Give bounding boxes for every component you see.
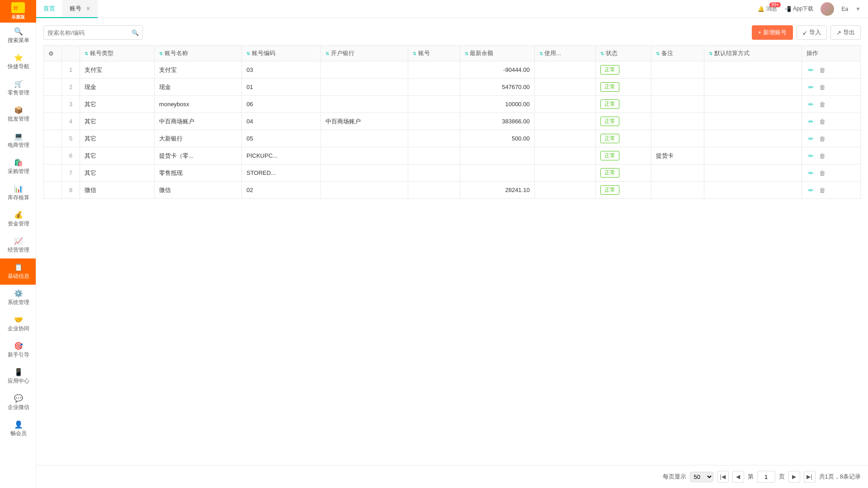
tab-account[interactable]: 账号 ✕ xyxy=(62,0,98,18)
search-box[interactable]: 🔍 xyxy=(43,25,143,40)
page-suffix: 页 xyxy=(779,473,785,481)
cell-bank xyxy=(321,79,408,96)
edit-button[interactable]: ✏ xyxy=(807,117,816,126)
sidebar-item-member[interactable]: 👤 畅会员 xyxy=(0,416,36,442)
sidebar-item-system-mgmt[interactable]: ⚙️ 系统管理 xyxy=(0,285,36,311)
sidebar-item-search[interactable]: 🔍 搜索菜单 xyxy=(0,23,36,49)
per-page-select[interactable]: 50 20 100 xyxy=(690,472,713,482)
cell-action: ✏ 🗑 xyxy=(802,182,860,199)
delete-button[interactable]: 🗑 xyxy=(817,117,827,126)
notifications-button[interactable]: 🔔 消息 99+ xyxy=(758,5,777,13)
money-icon: 💰 xyxy=(4,211,33,219)
avatar[interactable] xyxy=(821,2,834,16)
import-button[interactable]: ↙ 导入 xyxy=(797,25,827,40)
col-settings[interactable]: ⚙ xyxy=(44,46,62,61)
cell-account xyxy=(408,147,460,164)
user-name: Ea xyxy=(841,6,848,12)
sidebar-item-inventory[interactable]: 📊 库存核算 xyxy=(0,180,36,206)
cell-action: ✏ 🗑 xyxy=(802,164,860,182)
delete-button[interactable]: 🗑 xyxy=(817,100,827,109)
cart-icon: 🛒 xyxy=(4,80,33,88)
sidebar-item-wholesale-mgmt[interactable]: 📦 批发管理 xyxy=(0,101,36,127)
cell-bank: 中百商场账户 xyxy=(321,113,408,130)
tab-account-close[interactable]: ✕ xyxy=(86,5,90,12)
edit-button[interactable]: ✏ xyxy=(807,100,816,109)
app-download-button[interactable]: 📲 App下载 xyxy=(784,5,813,13)
edit-button[interactable]: ✏ xyxy=(807,169,816,178)
add-account-button[interactable]: + 新增账号 xyxy=(752,25,793,40)
last-page-button[interactable]: ▶| xyxy=(804,471,816,483)
cell-balance: 547670.00 xyxy=(460,79,534,96)
delete-button[interactable]: 🗑 xyxy=(817,134,827,143)
tab-account-label: 账号 xyxy=(70,5,81,13)
laptop-icon: 💻 xyxy=(4,132,33,141)
sidebar-item-enterprise-agreement[interactable]: 🤝 企业协同 xyxy=(0,311,36,337)
star-icon: ⭐ xyxy=(4,53,33,62)
col-remark[interactable]: ⇅ 备注 xyxy=(651,46,704,61)
sidebar-item-new-guide[interactable]: 🎯 新手引导 xyxy=(0,337,36,363)
dropdown-icon[interactable]: ▼ xyxy=(855,6,861,12)
delete-button[interactable]: 🗑 xyxy=(817,186,827,195)
cell-remark xyxy=(651,61,704,79)
delete-button[interactable]: 🗑 xyxy=(817,66,827,75)
edit-button[interactable]: ✏ xyxy=(807,134,816,143)
col-usage[interactable]: ⇅ 使用... xyxy=(534,46,596,61)
cell-status: 正常 xyxy=(596,61,651,79)
cell-default-payment xyxy=(704,79,802,96)
delete-button[interactable]: 🗑 xyxy=(817,151,827,160)
search-input[interactable] xyxy=(47,29,132,36)
col-bank[interactable]: ⇅ 开户银行 xyxy=(321,46,408,61)
cell-bank xyxy=(321,182,408,199)
col-account[interactable]: ⇅ 账号 xyxy=(408,46,460,61)
sidebar: 好 乐惠版 🔍 搜索菜单 ⭐ 快捷导航 🛒 零售管理 📦 批发管理 💻 电商管理… xyxy=(0,0,36,488)
sidebar-item-app-center[interactable]: 📱 应用中心 xyxy=(0,363,36,389)
col-code[interactable]: ⇅ 账号编码 xyxy=(242,46,321,61)
sidebar-item-purchase-mgmt[interactable]: 🛍️ 采购管理 xyxy=(0,154,36,180)
toolbar: 🔍 + 新增账号 ↙ 导入 ↗ 导出 xyxy=(43,25,861,40)
tab-home[interactable]: 首页 xyxy=(36,0,62,18)
table-row: 1 支付宝 支付宝 03 -90444.00 正常 ✏ 🗑 xyxy=(44,61,861,79)
first-page-button[interactable]: |◀ xyxy=(717,471,729,483)
edit-button[interactable]: ✏ xyxy=(807,66,816,75)
delete-button[interactable]: 🗑 xyxy=(817,83,827,92)
prev-page-button[interactable]: ◀ xyxy=(732,471,744,483)
export-icon: ↗ xyxy=(836,29,841,36)
sidebar-item-quick-nav[interactable]: ⭐ 快捷导航 xyxy=(0,49,36,75)
cell-remark xyxy=(651,79,704,96)
target-icon: 🎯 xyxy=(4,342,33,350)
logo-text: 乐惠版 xyxy=(11,14,25,20)
cell-settings xyxy=(44,164,62,182)
page-input[interactable] xyxy=(757,471,775,483)
search-icon[interactable]: 🔍 xyxy=(132,29,139,36)
sidebar-item-finance-mgmt[interactable]: 💰 资金管理 xyxy=(0,206,36,232)
delete-button[interactable]: 🗑 xyxy=(817,169,827,178)
edit-button[interactable]: ✏ xyxy=(807,186,816,195)
cell-bank xyxy=(321,164,408,182)
col-status[interactable]: ⇅ 状态 xyxy=(596,46,651,61)
col-balance[interactable]: ⇅ 最新余额 xyxy=(460,46,534,61)
box-icon: 📦 xyxy=(4,106,33,114)
edit-button[interactable]: ✏ xyxy=(807,151,816,160)
col-default-payment[interactable]: ⇅ 默认结算方式 xyxy=(704,46,802,61)
col-name[interactable]: ⇅ 账号名称 xyxy=(155,46,242,61)
total-label: 共1页，8条记录 xyxy=(819,473,861,481)
cell-usage xyxy=(534,130,596,147)
sidebar-item-ecom-mgmt[interactable]: 💻 电商管理 xyxy=(0,127,36,154)
cell-index: 5 xyxy=(62,130,80,147)
tab-home-label: 首页 xyxy=(43,5,55,13)
notifications-badge: 99+ xyxy=(769,2,781,7)
sidebar-item-retail-mgmt[interactable]: 🛒 零售管理 xyxy=(0,75,36,101)
content-area: 🔍 + 新增账号 ↙ 导入 ↗ 导出 ⚙ ⇅ 账号类型 xyxy=(36,18,868,465)
col-type[interactable]: ⇅ 账号类型 xyxy=(80,46,155,61)
cell-balance: 500.00 xyxy=(460,130,534,147)
export-button[interactable]: ↗ 导出 xyxy=(830,25,861,40)
cell-type: 微信 xyxy=(80,182,155,199)
next-page-button[interactable]: ▶ xyxy=(788,471,800,483)
sidebar-item-ops-mgmt[interactable]: 📈 经营管理 xyxy=(0,232,36,258)
sidebar-item-basic-info[interactable]: 📋 基础信息 xyxy=(0,258,36,285)
cell-type: 其它 xyxy=(80,147,155,164)
cell-balance: -90444.00 xyxy=(460,61,534,79)
pagination-bar: 每页显示 50 20 100 |◀ ◀ 第 页 ▶ ▶| 共1页，8条记录 xyxy=(36,465,868,488)
sidebar-item-enterprise-wechat[interactable]: 💬 企业微信 xyxy=(0,389,36,416)
edit-button[interactable]: ✏ xyxy=(807,83,816,92)
